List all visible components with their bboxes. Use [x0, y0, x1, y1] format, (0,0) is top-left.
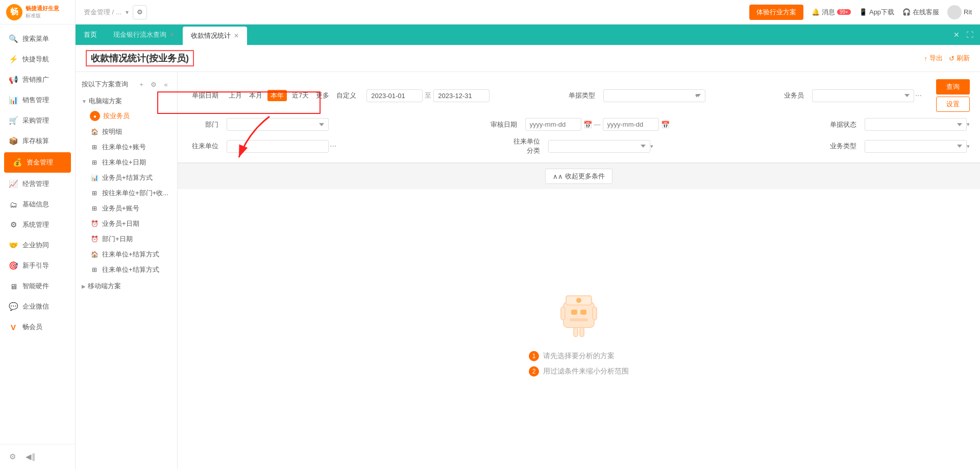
sidebar-item-enterprise[interactable]: 🤝 企业协同	[0, 235, 75, 255]
messages-btn[interactable]: 🔔 消息 99+	[812, 8, 851, 17]
svg-rect-9	[580, 327, 584, 337]
partner-more-icon[interactable]: ···	[330, 142, 336, 151]
biz-type-select[interactable]	[865, 140, 967, 153]
tab-bank[interactable]: 现金银行流水查询 ✕	[105, 25, 183, 45]
salesperson-select[interactable]	[812, 89, 914, 102]
refresh-btn[interactable]: ↺ 刷新	[949, 54, 970, 63]
content-area: 按以下方案查询 + ⚙ « ▼ 电脑端方案 ●	[76, 72, 980, 469]
topbar-dropdown-icon[interactable]: ▾	[126, 9, 129, 16]
logo-text: 畅捷通好生意 标准版	[26, 5, 59, 19]
page-header: 收款情况统计(按业务员) ↑ 导出 ↺ 刷新	[76, 45, 980, 72]
scheme-item-by-salesperson[interactable]: ● 按业务员	[76, 108, 177, 124]
query-btn[interactable]: 查询	[936, 79, 970, 95]
scheme-header-icons: + ⚙ «	[136, 79, 171, 89]
sidebar-collapse-icon[interactable]: ◀∥	[23, 450, 38, 464]
salesperson-label: 业务员	[773, 91, 804, 100]
salesperson-more-icon[interactable]: ···	[915, 91, 922, 100]
audit-calendar-end-icon[interactable]: 📅	[661, 121, 670, 129]
audit-calendar-start-icon[interactable]: 📅	[583, 121, 592, 129]
sidebar-item-inventory[interactable]: 📦 库存核算	[0, 131, 75, 151]
filter-row-1: 单据日期 上月 本月 本年 近7天 更多 自定义 至	[188, 79, 970, 112]
sidebar-item-basic[interactable]: 🗂 基础信息	[0, 194, 75, 215]
scheme-item-partner-account[interactable]: ⊞ 往来单位+账号	[76, 139, 177, 155]
sidebar-item-hardware[interactable]: 🖥 智能硬件	[0, 276, 75, 296]
scheme-item-partner-settle1[interactable]: 🏠 往来单位+结算方式	[76, 247, 177, 262]
date-start-input[interactable]	[366, 89, 423, 102]
app-download-btn[interactable]: 📱 App下载	[859, 8, 894, 17]
scheme-item-partner-date[interactable]: ⊞ 往来单位+日期	[76, 155, 177, 170]
sidebar-item-search[interactable]: 🔍 搜索菜单	[0, 29, 75, 49]
scheme-add-btn[interactable]: +	[136, 79, 146, 89]
date-end-input[interactable]	[433, 89, 489, 102]
scheme-collapse-btn[interactable]: «	[161, 79, 171, 89]
doc-type-select[interactable]	[603, 89, 705, 102]
scheme-item-salesperson-account[interactable]: ⊞ 业务员+账号	[76, 201, 177, 216]
scheme-item-dept-date[interactable]: ⏰ 部门+日期	[76, 231, 177, 247]
salesperson-settle-icon: 📊	[90, 173, 99, 182]
audit-date-dash: —	[594, 121, 601, 128]
tab-home[interactable]: 首页	[76, 25, 105, 45]
last-month-btn[interactable]: 上月	[227, 90, 244, 101]
close-window-btn[interactable]: ✕	[950, 29, 963, 41]
audit-date-end-input[interactable]	[603, 118, 659, 131]
svg-rect-4	[561, 307, 565, 320]
date-range-group: 至	[366, 89, 489, 102]
tab-collection-close[interactable]: ✕	[234, 32, 239, 39]
custom-btn[interactable]: 自定义	[334, 90, 358, 101]
sidebar-settings-icon[interactable]: ⚙	[5, 450, 19, 464]
enterprise-icon: 🤝	[8, 240, 18, 250]
sidebar-item-purchase[interactable]: 🛒 采购管理	[0, 110, 75, 131]
this-year-btn[interactable]: 本年	[267, 90, 287, 101]
sidebar-bottom: ⚙ ◀∥	[0, 444, 75, 469]
bell-icon: 🔔	[812, 8, 820, 16]
filter-row-2: 部门 审核日期 📅 —	[188, 118, 970, 131]
scheme-item-by-detail[interactable]: 🏠 按明细	[76, 124, 177, 139]
export-btn[interactable]: ↑ 导出	[924, 54, 943, 63]
sidebar-item-marketing[interactable]: 📢 营销推广	[0, 69, 75, 90]
sidebar-item-finance[interactable]: 💰 资金管理	[4, 152, 71, 173]
finance-icon: 💰	[12, 157, 22, 168]
scheme-settings-btn[interactable]: ⚙	[149, 79, 159, 89]
tab-bank-close[interactable]: ✕	[169, 31, 175, 38]
audit-date-label: 审核日期	[486, 120, 517, 129]
mobile-icon: 📱	[859, 8, 867, 16]
svg-rect-5	[593, 307, 597, 320]
tip2-num: 2	[529, 366, 539, 377]
dept-select[interactable]	[227, 118, 329, 131]
salesperson-active-icon: ●	[90, 111, 100, 121]
partner-category-select[interactable]	[548, 140, 650, 153]
tab-collection[interactable]: 收款情况统计 ✕	[183, 27, 247, 45]
doc-status-select[interactable]	[865, 118, 967, 131]
more-btn[interactable]: 更多	[314, 90, 331, 101]
this-month-btn[interactable]: 本月	[247, 90, 264, 101]
scheme-item-salesperson-settle[interactable]: 📊 业务员+结算方式	[76, 170, 177, 185]
tabbar-win-btns: ✕ ⛶	[950, 29, 980, 41]
scheme-item-partner-settle2[interactable]: ⊞ 往来单位+结算方式	[76, 262, 177, 277]
filter-area: 单据日期 上月 本月 本年 近7天 更多 自定义 至	[178, 72, 980, 163]
guide-icon: 🎯	[8, 261, 18, 271]
sidebar-item-guide[interactable]: 🎯 新手引导	[0, 255, 75, 276]
sidebar-item-sales[interactable]: 📊 销售管理	[0, 90, 75, 110]
trial-btn[interactable]: 体验行业方案	[749, 5, 803, 20]
scheme-item-partner-dept-collect[interactable]: ⊞ 按往来单位+部门+收...	[76, 185, 177, 201]
last7days-btn[interactable]: 近7天	[290, 90, 311, 101]
scheme-item-salesperson-date[interactable]: ⏰ 业务员+日期	[76, 216, 177, 231]
audit-date-start-input[interactable]	[525, 118, 581, 131]
maximize-window-btn[interactable]: ⛶	[964, 29, 976, 41]
sidebar-item-system[interactable]: ⚙ 系统管理	[0, 215, 75, 235]
online-service-btn[interactable]: 🎧 在线客服	[902, 8, 939, 17]
partner-date-icon: ⊞	[90, 158, 99, 167]
sidebar-item-operation[interactable]: 📈 经营管理	[0, 174, 75, 194]
svg-point-7	[576, 298, 581, 303]
scheme-group-desktop-title[interactable]: ▼ 电脑端方案	[76, 95, 177, 108]
topbar-gear-btn[interactable]: ⚙	[133, 5, 147, 19]
partner-input[interactable]	[227, 140, 329, 153]
scheme-group-mobile-title[interactable]: ▶ 移动端方案	[76, 279, 177, 293]
sidebar-item-quicknav[interactable]: ⚡ 快捷导航	[0, 49, 75, 69]
search-icon: 🔍	[8, 34, 18, 44]
sidebar-item-wechat[interactable]: 💬 企业微信	[0, 296, 75, 317]
settings-btn[interactable]: 设置	[936, 97, 970, 112]
user-avatar-btn[interactable]: Rit	[947, 5, 972, 19]
collapse-more-conditions-btn[interactable]: ∧∧ 收起更多条件	[545, 169, 612, 184]
sidebar-item-member[interactable]: V 畅会员	[0, 317, 75, 337]
